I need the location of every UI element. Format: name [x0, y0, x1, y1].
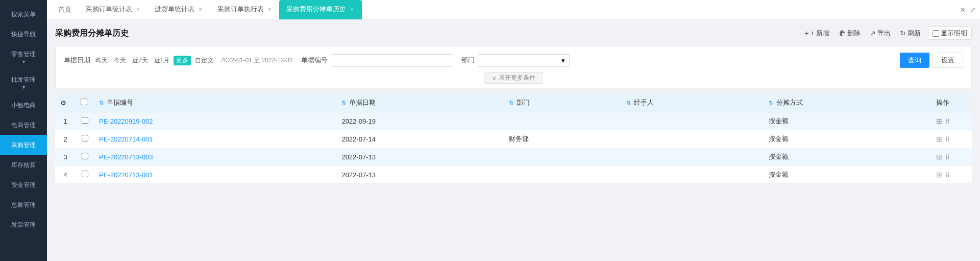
row-number: 2 — [55, 130, 76, 148]
shortcut-7days[interactable]: 近7天 — [130, 56, 150, 65]
action-edit-icon[interactable]: ⊞ — [936, 171, 942, 179]
sidebar-item-retail[interactable]: 零售管理 ▾ — [0, 44, 47, 69]
action-edit-icon[interactable]: ⊞ — [936, 153, 942, 161]
doc-no-input[interactable] — [331, 54, 453, 67]
row-checkbox[interactable] — [82, 117, 88, 124]
settings-col-icon: ⚙ — [60, 99, 66, 107]
doc-link[interactable]: PE-20220714-001 — [99, 135, 153, 143]
row-number: 3 — [55, 148, 76, 166]
tab-close-purchase-order-stats[interactable]: × — [135, 6, 140, 13]
sidebar-item-ledger[interactable]: 总账管理 — [0, 195, 47, 215]
tab-inbound-stats[interactable]: 进货单统计表 × — [148, 0, 210, 19]
doc-link[interactable]: PE-20220713-001 — [99, 171, 153, 179]
row-doc-date: 2022-07-14 — [336, 130, 504, 148]
doc-link[interactable]: PE-20220919-002 — [99, 117, 153, 125]
row-doc-no: PE-20220919-002 — [94, 112, 336, 130]
sidebar-item-ecommerce[interactable]: 电商管理 — [0, 115, 47, 135]
tab-purchase-order-stats[interactable]: 采购订单统计表 × — [79, 0, 148, 19]
row-dept: 财务部 — [504, 130, 621, 148]
row-checkbox-cell — [76, 130, 94, 148]
row-checkbox-cell — [76, 112, 94, 130]
shortcut-yesterday[interactable]: 昨天 — [93, 56, 110, 65]
table-body: 1 PE-20220919-002 2022-09-19 按金额 ⊞ ⁞⁞ 2 … — [55, 112, 972, 184]
row-checkbox[interactable] — [82, 153, 88, 159]
col-dept: ⇅ 部门 — [504, 93, 621, 112]
wholesale-arrow: ▾ — [2, 84, 45, 90]
tab-close-inbound-stats[interactable]: × — [198, 6, 203, 13]
show-cols-button[interactable]: 显示明细 — [928, 27, 972, 40]
select-all-checkbox[interactable] — [81, 99, 87, 105]
tab-purchase-cost-history[interactable]: 采购费用分摊单历史 × — [279, 0, 361, 19]
sidebar-item-invoice[interactable]: 发票管理 — [0, 215, 47, 234]
export-icon: ↗ — [870, 29, 876, 37]
sidebar-item-ecommerce-small[interactable]: 小畅电商 — [0, 95, 47, 115]
table-header-row: ⚙ ⇅ 单据编号 ⇅ 单据日期 ⇅ 部门 — [55, 93, 972, 112]
toolbar: + + 新增 🗑 删除 ↗ 导出 ↻ 刷新 显示明细 — [803, 27, 972, 40]
tab-close-purchase-order-exec[interactable]: × — [267, 6, 272, 13]
expand-more-button[interactable]: ∨ 展开更多条件 — [484, 72, 543, 84]
sidebar-item-quick-nav[interactable]: 快捷导航 — [0, 24, 47, 44]
row-actions: ⊞ ⁞⁞ — [931, 130, 972, 148]
shortcut-today[interactable]: 今天 — [112, 56, 128, 65]
action-edit-icon[interactable]: ⊞ — [936, 135, 942, 143]
action-more-icon[interactable]: ⁞⁞ — [945, 135, 949, 143]
shortcut-1month[interactable]: 近1月 — [152, 56, 172, 65]
settings-button[interactable]: 设置 — [933, 53, 963, 68]
row-checkbox[interactable] — [82, 135, 88, 141]
action-more-icon[interactable]: ⁞⁞ — [945, 171, 949, 179]
row-split-method: 按金额 — [764, 130, 931, 148]
sidebar-item-finance[interactable]: 资金管理 — [0, 175, 47, 195]
row-dept — [504, 112, 621, 130]
row-actions: ⊞ ⁞⁞ — [931, 112, 972, 130]
query-button[interactable]: 查询 — [900, 53, 929, 68]
expand-tabs-icon[interactable]: ⤢ — [970, 6, 976, 14]
refresh-button[interactable]: ↻ 刷新 — [898, 28, 923, 39]
tab-purchase-order-exec[interactable]: 采购订单执行表 × — [210, 0, 279, 19]
tab-home[interactable]: 首页 — [51, 0, 79, 19]
add-icon: + — [805, 29, 809, 37]
add-button[interactable]: + + 新增 — [803, 28, 831, 39]
page-title: 采购费用分摊单历史 — [55, 28, 129, 39]
action-edit-icon[interactable]: ⊞ — [936, 117, 942, 125]
dept-select[interactable]: ▾ — [478, 54, 570, 67]
shortcut-custom[interactable]: 自定义 — [193, 56, 215, 65]
sidebar-item-wholesale[interactable]: 批发管理 ▾ — [0, 69, 47, 95]
row-doc-no: PE-20220714-001 — [94, 130, 336, 148]
dept-field: 部门 ▾ — [461, 54, 570, 67]
sidebar-item-purchase[interactable]: 采购管理 — [0, 135, 47, 155]
row-doc-date: 2022-07-13 — [336, 148, 504, 166]
delete-button[interactable]: 🗑 删除 — [837, 28, 863, 39]
row-doc-no: PE-20220713-003 — [94, 148, 336, 166]
table-row: 2 PE-20220714-001 2022-07-14 财务部 按金额 ⊞ ⁞… — [55, 130, 972, 148]
row-dept — [504, 166, 621, 184]
col-settings[interactable]: ⚙ — [55, 93, 76, 112]
shortcut-more[interactable]: 更多 — [174, 56, 191, 65]
row-handler — [621, 166, 764, 184]
sidebar-item-search[interactable]: 搜索菜单 — [0, 4, 47, 24]
sidebar-item-inventory[interactable]: 库存核算 — [0, 155, 47, 175]
col-doc-no: ⇅ 单据编号 — [94, 93, 336, 112]
tab-close-purchase-cost-history[interactable]: × — [349, 6, 354, 13]
row-handler — [621, 112, 764, 130]
doc-link[interactable]: PE-20220713-003 — [99, 153, 153, 161]
date-shortcuts: 昨天 今天 近7天 近1月 更多 自定义 — [93, 56, 215, 65]
table-row: 3 PE-20220713-003 2022-07-13 按金额 ⊞ ⁞⁞ — [55, 148, 972, 166]
row-checkbox[interactable] — [82, 171, 88, 177]
expand-icon: ∨ — [492, 75, 497, 82]
sort-handler-icon: ⇅ — [626, 100, 631, 106]
row-doc-no: PE-20220713-001 — [94, 166, 336, 184]
table-row: 4 PE-20220713-001 2022-07-13 按金额 ⊞ ⁞⁞ — [55, 166, 972, 184]
dept-label: 部门 — [461, 56, 475, 65]
row-dept — [504, 148, 621, 166]
row-checkbox-cell — [76, 148, 94, 166]
show-cols-checkbox[interactable] — [933, 30, 939, 37]
row-handler — [621, 130, 764, 148]
row-number: 4 — [55, 166, 76, 184]
search-bar: 单据日期 昨天 今天 近7天 近1月 更多 自定义 2022-01-01 至 2… — [55, 46, 972, 88]
tab-bar: 首页 采购订单统计表 × 进货单统计表 × 采购订单执行表 × 采购费用分摊单历… — [47, 0, 980, 19]
expand-row: ∨ 展开更多条件 — [64, 72, 963, 84]
action-more-icon[interactable]: ⁞⁞ — [945, 117, 949, 125]
close-all-tabs-icon[interactable]: ✕ — [960, 6, 966, 14]
export-button[interactable]: ↗ 导出 — [868, 28, 893, 39]
action-more-icon[interactable]: ⁞⁞ — [945, 153, 949, 161]
